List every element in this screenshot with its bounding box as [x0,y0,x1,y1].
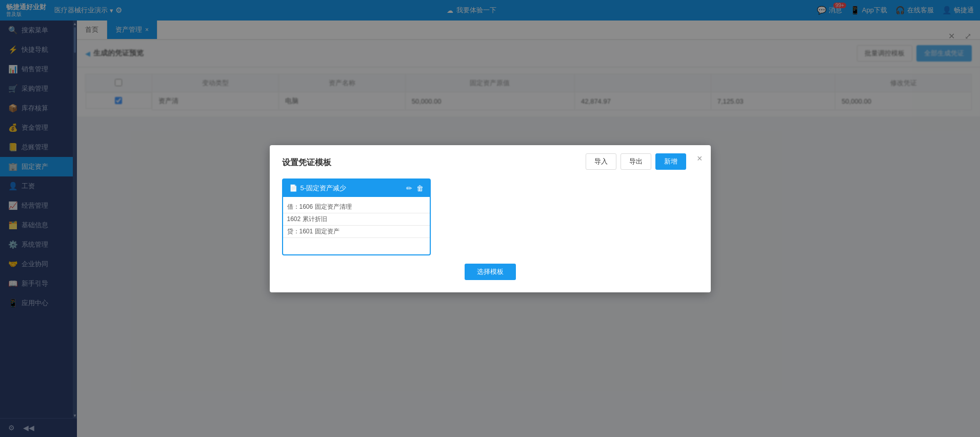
modal-header-actions: 导入 导出 新增 [586,153,686,170]
modal-overlay: 设置凭证模板 导入 导出 新增 × 📄 5-固定资产减少 [77,21,980,437]
modal-dialog: 设置凭证模板 导入 导出 新增 × 📄 5-固定资产减少 [270,145,711,292]
template-row-2: 贷：1601 固定资产 [283,226,430,238]
template-card-header-left: 📄 5-固定资产减少 [289,184,347,193]
template-row-0: 借：1606 固定资产清理 [283,201,430,213]
template-card-header-actions: ✏ 🗑 [406,184,424,192]
template-card-header: 📄 5-固定资产减少 ✏ 🗑 [283,180,430,197]
template-name: 5-固定资产减少 [301,184,347,193]
modal-close-btn[interactable]: × [697,153,703,164]
select-template-btn[interactable]: 选择模板 [465,264,516,280]
import-btn[interactable]: 导入 [586,153,616,170]
template-delete-icon[interactable]: 🗑 [416,184,424,192]
template-card: 📄 5-固定资产减少 ✏ 🗑 借：1606 固定资产清理 [282,178,431,255]
template-edit-icon[interactable]: ✏ [406,184,412,192]
template-row-1: 1602 累计折旧 [283,213,430,226]
export-btn[interactable]: 导出 [621,153,651,170]
template-card-body: 借：1606 固定资产清理 1602 累计折旧 [283,197,430,254]
template-file-icon: 📄 [289,184,297,192]
new-btn[interactable]: 新增 [655,153,686,170]
content-area: 首页 资产管理 × ◀ 生成的凭证预览 批量调控模板 全部生成凭证 [77,21,980,437]
template-row-empty [283,238,430,250]
main-area: 🔍 搜索菜单 ⚡ 快捷导航 📊 销售管理 🛒 采购管理 [0,21,980,437]
